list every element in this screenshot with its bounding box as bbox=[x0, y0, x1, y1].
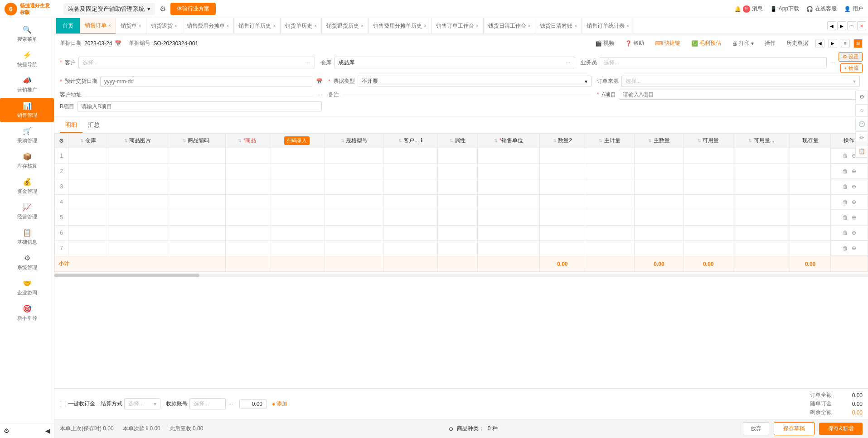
help-button[interactable]: ❓ 帮助 bbox=[621, 38, 648, 48]
tab-close-invoice-history[interactable]: × bbox=[314, 24, 317, 29]
col-available2[interactable]: ⇅ 可用量... bbox=[733, 134, 790, 148]
tab-order-report[interactable]: 销售订单统计表 × bbox=[582, 18, 634, 34]
collapse-sidebar-icon[interactable]: ◀ bbox=[45, 427, 50, 434]
tab-order-workbench[interactable]: 销售订单工作台 × bbox=[432, 18, 484, 34]
tab-return-history[interactable]: 销货退货历史 × bbox=[322, 18, 369, 34]
sidebar-item-quicknav[interactable]: ⚡ 快捷导航 bbox=[0, 47, 54, 72]
tab-prev-button[interactable]: ◀ bbox=[827, 21, 836, 30]
a-project-input[interactable] bbox=[619, 90, 860, 100]
tab-sales-invoice[interactable]: 销货单 × bbox=[116, 18, 146, 34]
tab-expense-history[interactable]: 销售费用分摊单历史 × bbox=[369, 18, 432, 34]
history-button[interactable]: 历史单据 bbox=[783, 38, 812, 48]
scroll-thumb[interactable] bbox=[54, 274, 199, 277]
right-btn-1[interactable]: ⚙ bbox=[855, 91, 868, 103]
tab-close-return-history[interactable]: × bbox=[361, 24, 364, 29]
gear-icon[interactable]: ⚙ bbox=[160, 5, 166, 13]
col-spec[interactable]: ⇅ 规格型号 bbox=[325, 134, 383, 148]
tab-close-sales-expense[interactable]: × bbox=[227, 24, 229, 29]
delete-row-2[interactable]: 🗑 bbox=[842, 167, 849, 175]
tab-close-order-workbench[interactable]: × bbox=[476, 24, 479, 29]
salesperson-select[interactable]: 选择... bbox=[600, 57, 827, 68]
one-click-checkbox[interactable] bbox=[60, 401, 66, 407]
col-main-unit[interactable]: ⇅ 主计量 bbox=[585, 134, 635, 148]
operation-button[interactable]: 操作 bbox=[761, 38, 779, 48]
sidebar-item-basic-info[interactable]: 📋 基础信息 bbox=[0, 225, 54, 249]
receipt-account-select[interactable]: 选择... bbox=[189, 398, 226, 409]
tab-close-sales-invoice[interactable]: × bbox=[139, 24, 141, 29]
sidebar-item-sales[interactable]: 📊 销售管理 bbox=[0, 98, 54, 122]
tab-close-order-history[interactable]: × bbox=[273, 24, 276, 29]
sidebar-item-guide[interactable]: 🎯 新手引导 bbox=[0, 301, 54, 325]
scan-btn[interactable]: 扫码录入 bbox=[284, 136, 310, 145]
col-settings[interactable]: ⚙ bbox=[55, 134, 68, 148]
save-new-button[interactable]: 保存&新增 bbox=[819, 423, 863, 435]
sub-tab-detail[interactable]: 明细 bbox=[60, 119, 82, 133]
copy-row-2[interactable]: ⊕ bbox=[851, 167, 857, 175]
system-title[interactable]: 装备及固定资产辅助管理系统 ▾ bbox=[63, 3, 155, 15]
tab-close-daily-workbench[interactable]: × bbox=[528, 24, 531, 29]
shortcut-button[interactable]: ⌨ 快捷键 bbox=[651, 38, 684, 48]
customer-select[interactable]: 选择... ··· bbox=[78, 57, 315, 68]
sidebar-item-search[interactable]: 🔍 搜索菜单 bbox=[0, 22, 54, 46]
user-btn[interactable]: 👤 用户 bbox=[844, 5, 863, 13]
warehouse-dots-icon[interactable]: ··· bbox=[565, 58, 571, 67]
settings-button[interactable]: ⚙ 设置 bbox=[839, 52, 863, 62]
customer-dots-icon[interactable]: ··· bbox=[305, 58, 311, 67]
tab-home[interactable]: 首页 bbox=[56, 18, 80, 34]
right-btn-3[interactable]: 🕐 bbox=[855, 118, 868, 130]
col-main-qty[interactable]: ⇅ 主数量 bbox=[635, 134, 684, 148]
delete-row-4[interactable]: 🗑 bbox=[842, 198, 849, 206]
col-qty2[interactable]: ⇅ 数量2 bbox=[540, 134, 585, 148]
tab-sales-expense[interactable]: 销售费用分摊单 × bbox=[182, 18, 234, 34]
delete-row-5[interactable]: 🗑 bbox=[842, 213, 849, 221]
copy-row-4[interactable]: ⊕ bbox=[851, 198, 857, 206]
add-button[interactable]: ● 添加 bbox=[272, 400, 287, 408]
right-btn-4[interactable]: ✏ bbox=[855, 131, 868, 144]
col-customer-code[interactable]: ⇅ 客户... ℹ bbox=[383, 134, 438, 148]
discard-button[interactable]: 放弃 bbox=[743, 422, 769, 435]
tab-close-expense-history[interactable]: × bbox=[424, 24, 427, 29]
sidebar-item-finance[interactable]: 💰 资金管理 bbox=[0, 174, 54, 198]
sidebar-item-inventory[interactable]: 📦 库存核算 bbox=[0, 149, 54, 173]
right-btn-5[interactable]: 📋 bbox=[855, 145, 868, 158]
tab-close-sales-order[interactable]: × bbox=[108, 23, 111, 28]
copy-row-5[interactable]: ⊕ bbox=[851, 213, 857, 221]
tab-daily-workbench[interactable]: 钱货日清工作台 × bbox=[484, 18, 536, 34]
sidebar-item-operations[interactable]: 📈 经营管理 bbox=[0, 199, 54, 224]
tab-invoice-history[interactable]: 销货单历史 × bbox=[281, 18, 322, 34]
sidebar-item-enterprise[interactable]: 🤝 企业协同 bbox=[0, 275, 54, 300]
grid-view-button[interactable]: ⊞ bbox=[853, 39, 863, 48]
delete-row-3[interactable]: 🗑 bbox=[842, 183, 849, 191]
app-download-btn[interactable]: 📱 App下载 bbox=[770, 5, 799, 13]
col-code[interactable]: ⇅ 商品编码 bbox=[167, 134, 225, 148]
delete-row-1[interactable]: 🗑 bbox=[842, 152, 849, 160]
view-video-button[interactable]: 🎬 视频 bbox=[592, 38, 618, 48]
right-btn-2[interactable]: ☆ bbox=[855, 104, 868, 117]
col-image[interactable]: ⇅ 商品图片 bbox=[108, 134, 167, 148]
tab-close-order-report[interactable]: × bbox=[626, 24, 629, 29]
col-current[interactable]: 现存量 bbox=[790, 134, 831, 148]
copy-row-3[interactable]: ⊕ bbox=[851, 183, 857, 191]
receipt-dots-icon[interactable]: ··· bbox=[228, 400, 234, 408]
tab-daily-reconcile[interactable]: 钱货日清对账 × bbox=[535, 18, 582, 34]
col-product[interactable]: ⇅ *商品 bbox=[225, 134, 269, 148]
horizontal-scrollbar[interactable] bbox=[54, 274, 868, 277]
col-available[interactable]: ⇅ 可用量 bbox=[684, 134, 733, 148]
order-source-select[interactable]: 选择... ▾ bbox=[621, 76, 860, 87]
col-unit[interactable]: ⇅ *销售单位 bbox=[478, 134, 540, 148]
warehouse-select[interactable]: 成品库 ··· bbox=[334, 57, 576, 68]
next-record-button[interactable]: ▶ bbox=[828, 39, 837, 48]
copy-row-6[interactable]: ⊕ bbox=[851, 229, 857, 237]
sidebar-item-system[interactable]: ⚙ 系统管理 bbox=[0, 250, 54, 274]
addr-dots-icon[interactable]: ··· bbox=[316, 91, 323, 99]
profit-button[interactable]: 💹 毛利预估 bbox=[688, 38, 725, 48]
solution-button[interactable]: 体验行业方案 bbox=[170, 3, 216, 15]
sidebar-item-purchase[interactable]: 🛒 采购管理 bbox=[0, 123, 54, 148]
tab-next-button[interactable]: ▶ bbox=[837, 21, 846, 30]
tab-close-sales-return[interactable]: × bbox=[175, 24, 177, 29]
tab-sales-return[interactable]: 销货退货 × bbox=[146, 18, 182, 34]
print-button[interactable]: 🖨 打印 ▾ bbox=[728, 38, 757, 48]
online-service-btn[interactable]: 🎧 在线客服 bbox=[806, 5, 837, 13]
tab-close-all-button[interactable]: ✕ bbox=[857, 21, 866, 30]
notification-btn[interactable]: 🔔 9 消息 bbox=[734, 5, 763, 13]
